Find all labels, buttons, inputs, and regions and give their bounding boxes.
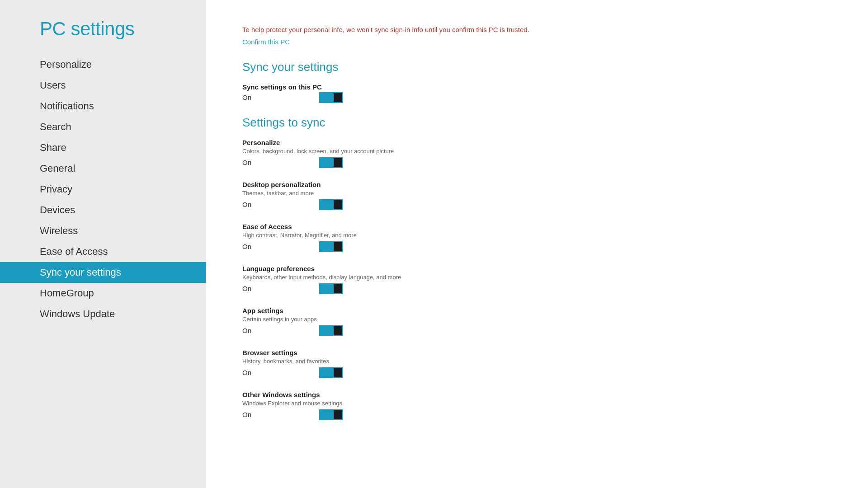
sync-item-label-1: On: [242, 201, 256, 208]
sidebar: PC settings PersonalizeUsersNotification…: [0, 0, 206, 488]
sidebar-item-search[interactable]: Search: [40, 117, 206, 137]
sync-this-pc-name: Sync settings on this PC: [242, 83, 832, 91]
settings-to-sync-title: Settings to sync: [242, 116, 832, 130]
sync-item-name-0: Personalize: [242, 139, 832, 146]
sidebar-item-share[interactable]: Share: [40, 137, 206, 158]
sync-item-desc-0: Colors, background, lock screen, and you…: [242, 148, 832, 155]
app-title: PC settings: [40, 18, 206, 40]
sync-item-6: Other Windows settings Windows Explorer …: [242, 391, 832, 420]
confirm-link[interactable]: Confirm this PC: [242, 38, 832, 46]
sync-item-toggle-0[interactable]: [319, 157, 343, 168]
sync-item-toggle-2[interactable]: [319, 241, 343, 252]
toggle-track: [319, 92, 343, 103]
sync-item-toggle-4[interactable]: [319, 325, 343, 336]
sync-item-desc-1: Themes, taskbar, and more: [242, 190, 832, 197]
sync-item-toggle-row-1: On: [242, 199, 832, 210]
sidebar-item-homegroup[interactable]: HomeGroup: [40, 283, 206, 304]
sync-item-toggle-row-0: On: [242, 157, 832, 168]
sync-item-toggle-row-3: On: [242, 283, 832, 294]
sync-item-0: Personalize Colors, background, lock scr…: [242, 139, 832, 168]
sync-item-toggle-row-5: On: [242, 367, 832, 378]
sync-item-name-6: Other Windows settings: [242, 391, 832, 399]
sync-item-desc-5: History, bookmarks, and favorites: [242, 358, 832, 365]
sync-item-toggle-row-2: On: [242, 241, 832, 252]
sync-item-toggle-3[interactable]: [319, 283, 343, 294]
toggle-thumb: [334, 93, 342, 102]
sync-item-label-2: On: [242, 243, 256, 250]
sync-item-name-5: Browser settings: [242, 349, 832, 357]
sync-item-name-3: Language preferences: [242, 265, 832, 272]
sync-item-toggle-5[interactable]: [319, 367, 343, 378]
sync-this-pc-label: On: [242, 94, 256, 101]
sidebar-item-general[interactable]: General: [40, 158, 206, 179]
sync-this-pc-toggle[interactable]: [319, 92, 343, 103]
sync-item-label-6: On: [242, 411, 256, 418]
sync-items-list: Personalize Colors, background, lock scr…: [242, 139, 832, 420]
sync-item-name-4: App settings: [242, 307, 832, 314]
sync-item-toggle-6[interactable]: [319, 409, 343, 420]
sync-item-label-5: On: [242, 369, 256, 376]
sync-this-pc-item: Sync settings on this PC On: [242, 83, 832, 103]
sync-item-name-2: Ease of Access: [242, 223, 832, 230]
sidebar-item-devices[interactable]: Devices: [40, 200, 206, 221]
sync-item-desc-6: Windows Explorer and mouse settings: [242, 400, 832, 407]
sidebar-item-wireless[interactable]: Wireless: [40, 221, 206, 241]
sync-item-4: App settings Certain settings in your ap…: [242, 307, 832, 336]
nav-list: PersonalizeUsersNotificationsSearchShare…: [40, 54, 206, 324]
sync-item-toggle-row-4: On: [242, 325, 832, 336]
sync-item-toggle-1[interactable]: [319, 199, 343, 210]
sidebar-item-privacy[interactable]: Privacy: [40, 179, 206, 200]
sync-item-label-0: On: [242, 159, 256, 166]
sync-this-pc-toggle-row: On: [242, 92, 832, 103]
sync-item-2: Ease of Access High contrast, Narrator, …: [242, 223, 832, 252]
sync-item-label-3: On: [242, 285, 256, 292]
sync-item-name-1: Desktop personalization: [242, 181, 832, 188]
sync-item-toggle-row-6: On: [242, 409, 832, 420]
sync-item-desc-3: Keyboards, other input methods, display …: [242, 274, 832, 281]
warning-text: To help protect your personal info, we w…: [242, 25, 550, 35]
main-content: To help protect your personal info, we w…: [206, 0, 868, 488]
sidebar-item-notifications[interactable]: Notifications: [40, 96, 206, 117]
settings-to-sync-section: Settings to sync Personalize Colors, bac…: [242, 116, 832, 420]
sync-item-desc-4: Certain settings in your apps: [242, 316, 832, 323]
sync-section-title: Sync your settings: [242, 60, 832, 74]
sync-item-desc-2: High contrast, Narrator, Magnifier, and …: [242, 232, 832, 239]
sync-item-label-4: On: [242, 327, 256, 334]
sidebar-item-personalize[interactable]: Personalize: [40, 54, 206, 75]
sync-item-1: Desktop personalization Themes, taskbar,…: [242, 181, 832, 210]
sidebar-item-users[interactable]: Users: [40, 75, 206, 96]
sync-item-3: Language preferences Keyboards, other in…: [242, 265, 832, 294]
sidebar-item-ease-of-access[interactable]: Ease of Access: [40, 241, 206, 262]
sidebar-item-sync-your-settings[interactable]: Sync your settings: [0, 262, 206, 283]
sync-item-5: Browser settings History, bookmarks, and…: [242, 349, 832, 378]
sidebar-item-windows-update[interactable]: Windows Update: [40, 304, 206, 324]
